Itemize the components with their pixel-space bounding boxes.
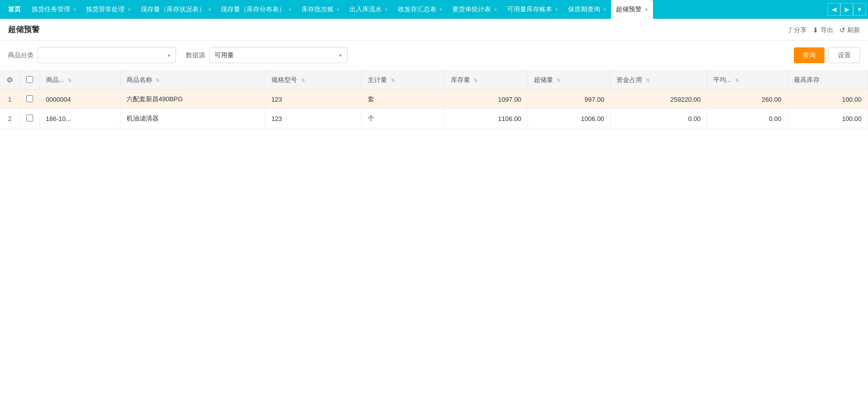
category-filter: 商品分类 ▾ [8,47,176,63]
table-body: 1 0000004 六配套新昌490BPG 123 套 1097.00 997.… [0,90,868,128]
row-code: 186-10... [40,109,120,128]
nav-arrow-group: ◀ ▶ ▼ [827,3,866,16]
row-checkbox-cell [20,109,40,128]
row-checkbox[interactable] [26,95,33,102]
th-overstock[interactable]: 超储量 ⇅ [527,71,610,90]
th-avg[interactable]: 平均... ⇅ [707,71,787,90]
th-name[interactable]: 商品名称 ⇅ [120,71,265,90]
th-stock[interactable]: 库存量 ⇅ [444,71,527,90]
nav-item-7[interactable]: 要货单统计表 × [447,0,502,19]
table-container: ⚙ 商品... ⇅ 商品名称 ⇅ 规格型号 ⇅ [0,71,868,128]
nav-arrow-left[interactable]: ◀ [827,3,840,16]
share-icon: ⤴ [788,26,792,34]
select-all-checkbox[interactable] [26,76,33,83]
sort-icon: ⇅ [391,78,395,83]
nav-item-4[interactable]: 库存批次账 × [297,0,345,19]
sort-icon: ⇅ [301,78,305,83]
table-row: 1 0000004 六配套新昌490BPG 123 套 1097.00 997.… [0,90,868,109]
nav-arrow-more[interactable]: ▼ [853,3,866,16]
category-label: 商品分类 [8,51,34,60]
th-spec[interactable]: 规格型号 ⇅ [265,71,361,90]
close-icon[interactable]: × [73,6,76,12]
export-icon: ⬇ [813,26,819,34]
chevron-down-icon: ▾ [339,52,342,59]
th-capital[interactable]: 资金占用 ⇅ [610,71,707,90]
refresh-icon: ↺ [839,26,845,34]
datasource-select[interactable]: 可用量 ▾ [209,47,347,63]
close-icon[interactable]: × [385,6,388,12]
sort-icon: ⇅ [735,78,739,83]
datasource-filter: 数据源 可用量 ▾ [186,47,347,63]
sort-icon: ⇅ [474,78,477,83]
row-code: 0000004 [40,90,120,109]
sort-icon: ⇅ [68,78,72,83]
close-icon[interactable]: × [337,6,340,12]
nav-item-9[interactable]: 保质期查询 × [563,0,611,19]
sort-icon: ⇅ [557,78,561,83]
close-icon[interactable]: × [208,6,211,12]
filter-actions: 查询 设置 [794,47,860,63]
export-button[interactable]: ⬇ 导出 [813,26,833,35]
page-header: 超储预警 ⤴ 分享 ⬇ 导出 ↺ 刷新 [0,19,868,40]
query-button[interactable]: 查询 [794,47,825,63]
table-header-row: ⚙ 商品... ⇅ 商品名称 ⇅ 规格型号 ⇅ [0,71,868,90]
row-stock: 1106.00 [444,109,527,128]
nav-item-2[interactable]: 现存量（库存状况表） × [136,0,216,19]
row-overstock: 1006.00 [527,109,610,128]
nav-item-0[interactable]: 拣货任务管理 × [27,0,81,19]
nav-home[interactable]: 首页 [2,0,27,19]
row-max-stock: 100.00 [787,90,868,109]
set-button[interactable]: 设置 [828,47,860,63]
nav-item-6[interactable]: 收发存汇总表 × [393,0,447,19]
page-title: 超储预警 [8,25,788,35]
th-unit[interactable]: 主计量 ⇅ [362,71,445,90]
close-icon[interactable]: × [288,6,291,12]
share-button[interactable]: ⤴ 分享 [788,26,807,35]
row-index: 1 [0,90,20,109]
row-avg: 260.00 [707,90,787,109]
row-overstock: 997.00 [527,90,610,109]
datasource-label: 数据源 [186,51,205,60]
close-icon[interactable]: × [555,6,558,12]
row-checkbox[interactable] [26,115,33,121]
row-avg: 0.00 [707,109,787,128]
row-name: 机油滤清器 [120,109,265,128]
data-table: ⚙ 商品... ⇅ 商品名称 ⇅ 规格型号 ⇅ [0,71,868,128]
datasource-select-text: 可用量 [215,51,339,60]
header-actions: ⤴ 分享 ⬇ 导出 ↺ 刷新 [788,26,860,35]
row-stock: 1097.00 [444,90,527,109]
close-icon[interactable]: × [439,6,442,12]
th-max-stock[interactable]: 最高库存 [787,71,868,90]
row-name: 六配套新昌490BPG [120,90,265,109]
row-unit: 套 [362,90,445,109]
gear-icon[interactable]: ⚙ [6,76,13,84]
nav-item-5[interactable]: 出入库流水 × [345,0,392,19]
row-spec: 123 [265,109,361,128]
nav-item-10[interactable]: 超储预警 × [611,0,652,19]
nav-item-8[interactable]: 可用量库存账本 × [502,0,563,19]
row-checkbox-cell [20,90,40,109]
row-capital: 0.00 [610,109,707,128]
row-capital: 259220.00 [610,90,707,109]
th-code[interactable]: 商品... ⇅ [40,71,120,90]
th-gear: ⚙ [0,71,20,90]
close-icon[interactable]: × [645,6,648,12]
row-max-stock: 100.00 [787,109,868,128]
close-icon[interactable]: × [494,6,497,12]
chevron-down-icon: ▾ [168,52,171,59]
row-index: 2 [0,109,20,128]
nav-item-1[interactable]: 拣货异常处理 × [81,0,135,19]
filter-bar: 商品分类 ▾ 数据源 可用量 ▾ 查询 设置 [0,40,868,71]
close-icon[interactable]: × [603,6,606,12]
nav-arrow-right[interactable]: ▶ [840,3,853,16]
table-row: 2 186-10... 机油滤清器 123 个 1106.00 1006.00 … [0,109,868,128]
sort-icon: ⇅ [156,78,160,83]
row-spec: 123 [265,90,361,109]
category-select[interactable]: ▾ [38,47,176,63]
nav-item-3[interactable]: 现存量（库存分布表） × [216,0,296,19]
row-unit: 个 [362,109,445,128]
refresh-button[interactable]: ↺ 刷新 [839,26,860,35]
th-checkbox [20,71,40,90]
sort-icon: ⇅ [646,78,650,83]
close-icon[interactable]: × [128,6,130,12]
